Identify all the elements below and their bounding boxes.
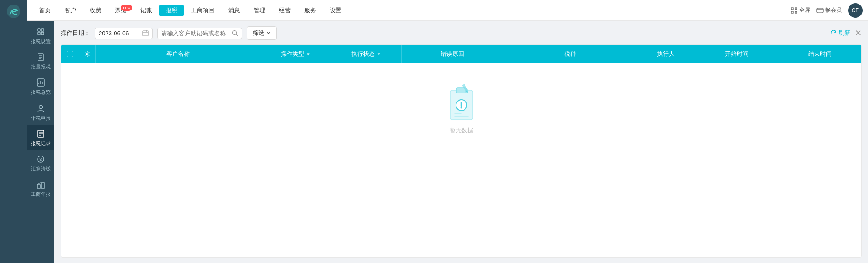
nav-settings[interactable]: 设置 bbox=[323, 5, 348, 16]
member-icon bbox=[816, 7, 824, 14]
annual-report-icon bbox=[35, 179, 46, 190]
fullscreen-icon bbox=[791, 7, 797, 14]
sub-sidebar: 报税设置 批量报税 bbox=[27, 21, 54, 263]
search-input[interactable] bbox=[161, 30, 229, 37]
nav-items: 首页 客户 收费 票据 new 记账 报税 工商项目 消息 管理 经营 服务 设… bbox=[33, 5, 791, 16]
svg-rect-26 bbox=[37, 185, 40, 188]
tax-summary-icon bbox=[35, 77, 46, 88]
sidebar-item-settlement[interactable]: ¥ 汇算清缴 bbox=[27, 150, 54, 175]
th-checkbox[interactable] bbox=[61, 45, 79, 63]
nav-billing[interactable]: 收费 bbox=[83, 5, 108, 16]
nav-manage[interactable]: 管理 bbox=[247, 5, 272, 16]
date-label: 操作日期： bbox=[61, 29, 90, 37]
refresh-icon bbox=[830, 30, 837, 36]
sidebar-item-personal-tax[interactable]: 个税申报 bbox=[27, 99, 54, 125]
svg-rect-30 bbox=[143, 31, 148, 36]
date-input-wrap[interactable] bbox=[95, 28, 153, 39]
nav-accounting[interactable]: 经营 bbox=[273, 5, 297, 16]
search-icon bbox=[232, 30, 238, 36]
fullscreen-label: 全屏 bbox=[799, 6, 810, 14]
th-reason: 错误原因 bbox=[402, 45, 504, 63]
nav-tax[interactable]: 报税 bbox=[159, 5, 184, 16]
th-settings[interactable] bbox=[79, 45, 96, 63]
date-input[interactable] bbox=[99, 30, 139, 37]
sort-arrow-optype: ▼ bbox=[306, 52, 311, 57]
refresh-button[interactable]: 刷新 bbox=[830, 29, 850, 37]
th-optype[interactable]: 操作类型 ▼ bbox=[260, 45, 331, 63]
svg-rect-27 bbox=[41, 183, 44, 188]
calendar-icon bbox=[142, 30, 149, 36]
tax-records-icon bbox=[35, 128, 46, 139]
svg-rect-2 bbox=[795, 8, 797, 10]
svg-rect-10 bbox=[41, 32, 44, 35]
nav-service[interactable]: 服务 bbox=[298, 5, 322, 16]
main-area: 首页 客户 收费 票据 new 记账 报税 工商项目 消息 管理 经营 服务 设… bbox=[27, 0, 868, 263]
fullscreen-btn[interactable]: 全屏 bbox=[791, 6, 810, 14]
top-navigation: 首页 客户 收费 票据 new 记账 报税 工商项目 消息 管理 经营 服务 设… bbox=[27, 0, 868, 21]
table-header: 客户名称 操作类型 ▼ 执行状态 ▼ 错误原因 税种 bbox=[61, 45, 861, 63]
personal-tax-icon bbox=[35, 103, 46, 114]
select-all-checkbox[interactable] bbox=[67, 51, 73, 57]
th-endtime: 结束时间 bbox=[778, 45, 861, 63]
svg-rect-3 bbox=[791, 11, 793, 13]
nav-home[interactable]: 首页 bbox=[33, 5, 57, 16]
svg-rect-5 bbox=[817, 8, 823, 13]
content-area: 报税设置 批量报税 bbox=[27, 21, 868, 263]
main-content: 操作日期： bbox=[54, 21, 868, 263]
search-wrap[interactable] bbox=[157, 28, 242, 39]
annual-report-label: 工商年报 bbox=[31, 191, 51, 197]
nav-message[interactable]: 消息 bbox=[222, 5, 246, 16]
member-label: 畅会员 bbox=[825, 6, 842, 14]
empty-illustration bbox=[441, 81, 482, 127]
th-status[interactable]: 执行状态 ▼ bbox=[331, 45, 402, 63]
sidebar-item-tax-settings[interactable]: 报税设置 bbox=[27, 23, 54, 48]
sidebar-item-tax-records[interactable]: 报税记录 bbox=[27, 125, 54, 150]
svg-rect-1 bbox=[791, 8, 793, 10]
svg-text:¥: ¥ bbox=[39, 157, 42, 162]
sidebar-item-batch-tax[interactable]: 批量报税 bbox=[27, 48, 54, 73]
avatar[interactable]: CE bbox=[848, 3, 863, 18]
member-btn[interactable]: 畅会员 bbox=[816, 6, 842, 14]
refresh-label: 刷新 bbox=[839, 29, 850, 37]
sidebar-item-annual-report[interactable]: 工商年报 bbox=[27, 175, 54, 201]
settings-icon bbox=[84, 51, 91, 57]
batch-tax-icon bbox=[35, 52, 46, 63]
tax-settings-label: 报税设置 bbox=[31, 39, 51, 44]
svg-point-41 bbox=[460, 107, 462, 109]
toolbar: 操作日期： bbox=[61, 26, 862, 40]
nav-business[interactable]: 工商项目 bbox=[185, 5, 221, 16]
svg-rect-4 bbox=[795, 11, 797, 13]
th-starttime: 开始时间 bbox=[695, 45, 779, 63]
svg-line-35 bbox=[236, 34, 238, 36]
table-container: 客户名称 操作类型 ▼ 执行状态 ▼ 错误原因 税种 bbox=[61, 44, 862, 258]
nav-customer[interactable]: 客户 bbox=[58, 5, 82, 16]
topnav-right: 全屏 畅会员 CE bbox=[791, 3, 863, 18]
svg-rect-8 bbox=[41, 29, 44, 31]
tax-settings-icon bbox=[35, 26, 46, 37]
svg-rect-9 bbox=[38, 32, 40, 35]
batch-tax-label: 批量报税 bbox=[31, 64, 51, 70]
filter-button[interactable]: 筛选 bbox=[247, 26, 277, 40]
svg-point-34 bbox=[233, 31, 237, 35]
svg-point-19 bbox=[39, 105, 43, 108]
close-button[interactable]: ✕ bbox=[855, 29, 862, 37]
svg-rect-7 bbox=[38, 29, 40, 31]
settlement-label: 汇算清缴 bbox=[31, 166, 51, 172]
th-name: 客户名称 bbox=[96, 45, 260, 63]
nav-invoice[interactable]: 票据 new bbox=[109, 5, 133, 16]
svg-point-36 bbox=[86, 53, 88, 55]
tax-records-label: 报税记录 bbox=[31, 141, 51, 146]
nav-bookkeeping[interactable]: 记账 bbox=[134, 5, 158, 16]
th-executor: 执行人 bbox=[637, 45, 695, 63]
sort-arrow-status: ▼ bbox=[377, 52, 381, 57]
new-badge: new bbox=[121, 5, 132, 11]
sidebar-item-tax-summary[interactable]: 报税总览 bbox=[27, 73, 54, 99]
empty-text: 暂无数据 bbox=[450, 127, 473, 135]
chevron-down-icon bbox=[266, 31, 271, 35]
table-body: 暂无数据 bbox=[61, 63, 861, 148]
th-taxtype: 税种 bbox=[504, 45, 638, 63]
empty-state: 暂无数据 bbox=[61, 63, 861, 148]
personal-tax-label: 个税申报 bbox=[31, 115, 51, 121]
app-logo[interactable] bbox=[0, 0, 27, 23]
left-sidebar bbox=[0, 0, 27, 263]
